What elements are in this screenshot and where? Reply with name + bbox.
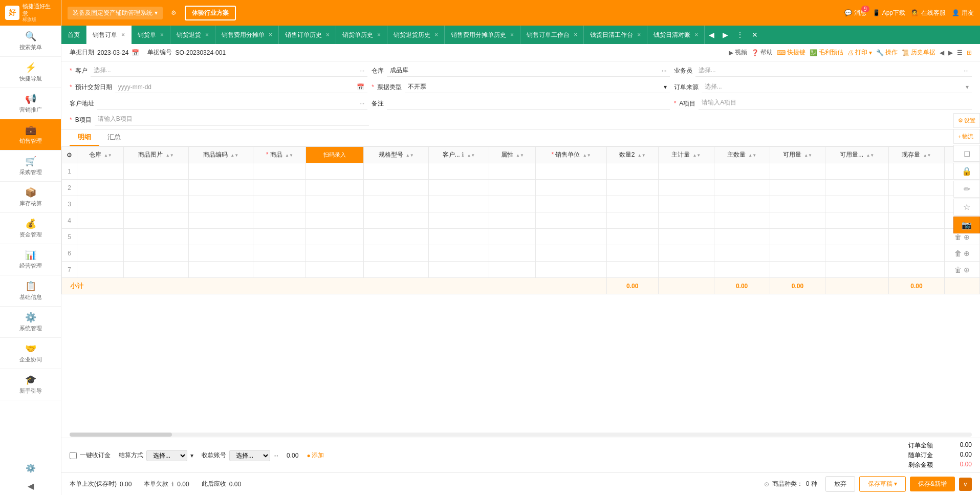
delete-icon[interactable]: 🗑 xyxy=(954,266,962,274)
sort-icon[interactable]: ▲▼ xyxy=(104,154,112,158)
sidebar-item-operations[interactable]: 📊 经营管理 xyxy=(0,244,61,275)
tab-close-icon[interactable]: × xyxy=(121,31,125,38)
row-sales-unit[interactable] xyxy=(536,196,606,212)
row-product[interactable] xyxy=(253,163,306,180)
row-current-qty[interactable] xyxy=(888,180,944,196)
tool-history[interactable]: 📜 历史单据 xyxy=(902,48,935,57)
horizontal-scrollbar[interactable] xyxy=(70,433,972,437)
scan-btn[interactable]: 扫码录入 xyxy=(319,150,350,160)
sort-icon[interactable]: ▲▼ xyxy=(923,154,931,158)
row-customer-x[interactable] xyxy=(428,212,489,229)
row-warehouse[interactable] xyxy=(77,196,124,212)
row-attribute[interactable] xyxy=(489,245,536,262)
try-industry-btn[interactable]: 体验行业方案 xyxy=(185,6,236,20)
row-attribute[interactable] xyxy=(489,163,536,180)
sort-icon[interactable]: ▲▼ xyxy=(583,154,591,158)
row-spec-type[interactable] xyxy=(364,262,429,278)
row-warehouse[interactable] xyxy=(77,180,124,196)
account-select[interactable]: 选择... xyxy=(229,450,270,461)
row-product-code[interactable] xyxy=(188,163,253,180)
order-source-select[interactable]: 选择... ▾ xyxy=(702,81,972,93)
tab-more-btn[interactable]: ⋮ xyxy=(732,31,748,39)
row-main-qty[interactable] xyxy=(714,262,770,278)
row-quantity2[interactable] xyxy=(606,245,658,262)
row-warehouse[interactable] xyxy=(77,245,124,262)
row-main-qty[interactable] xyxy=(714,196,770,212)
row-sales-unit[interactable] xyxy=(536,212,606,229)
tab-close-icon[interactable]: × xyxy=(434,31,438,38)
sort-icon[interactable]: ▲▼ xyxy=(748,154,756,158)
row-product[interactable] xyxy=(253,262,306,278)
row-spec-type[interactable] xyxy=(364,196,429,212)
row-available-qty[interactable] xyxy=(770,229,825,245)
row-product-image[interactable] xyxy=(124,163,189,180)
scrollbar-thumb[interactable] xyxy=(70,433,172,437)
right-panel-icon2[interactable]: 🔒 xyxy=(953,163,980,180)
tab-sales-return[interactable]: 销货单 × xyxy=(132,26,170,44)
row-main-unit[interactable] xyxy=(658,245,714,262)
tool-grid-view[interactable]: ⊞ xyxy=(967,49,972,56)
tool-nav-next[interactable]: ▶ xyxy=(948,49,953,56)
row-available-qty2[interactable] xyxy=(825,212,889,229)
b-project-input[interactable]: 请输入B项目 xyxy=(95,114,369,126)
row-main-qty[interactable] xyxy=(714,229,770,245)
messages-btn[interactable]: 💬 消息 9 xyxy=(844,9,866,17)
row-current-qty[interactable] xyxy=(888,245,944,262)
sort-icon[interactable]: ▲▼ xyxy=(638,154,646,158)
sort-icon[interactable]: ▲▼ xyxy=(166,154,174,158)
row-product-image[interactable] xyxy=(124,180,189,196)
row-main-unit[interactable] xyxy=(658,212,714,229)
tab-sales-order-history[interactable]: 销售订单历史 × xyxy=(279,26,336,44)
row-quantity2[interactable] xyxy=(606,163,658,180)
row-customer-x[interactable] xyxy=(428,229,489,245)
save-new-arrow-btn[interactable]: ∨ xyxy=(959,478,972,491)
tab-close-icon[interactable]: × xyxy=(637,31,641,38)
delivery-date-input[interactable]: yyyy-mm-dd 📅 xyxy=(115,81,368,93)
row-spec-type[interactable] xyxy=(364,245,429,262)
save-draft-btn[interactable]: 保存草稿 ▾ xyxy=(859,476,906,492)
row-product-code[interactable] xyxy=(188,229,253,245)
tab-close-icon[interactable]: × xyxy=(510,31,514,38)
sort-icon[interactable]: ▲▼ xyxy=(230,154,238,158)
tab-home[interactable]: 首页 xyxy=(61,26,86,44)
delete-icon[interactable]: 🗑 xyxy=(954,249,962,257)
copy-icon[interactable]: ⊕ xyxy=(964,233,970,241)
tool-video[interactable]: ▶ 视频 xyxy=(729,48,747,57)
tab-cash-daily-reconcile[interactable]: 钱货日清对账 × xyxy=(647,26,705,44)
tool-list-view[interactable]: ☰ xyxy=(957,49,963,56)
right-panel-icon5[interactable]: 📷 xyxy=(953,217,980,233)
tab-sales-fee-split-history[interactable]: 销售费用分摊单历史 × xyxy=(445,26,520,44)
row-product-image[interactable] xyxy=(124,212,189,229)
tab-sales-return-goods[interactable]: 销货退货 × xyxy=(170,26,215,44)
row-customer-x[interactable] xyxy=(428,262,489,278)
tab-close-icon[interactable]: × xyxy=(694,31,698,38)
row-spec-type[interactable] xyxy=(364,212,429,229)
save-new-btn[interactable]: 保存&新增 xyxy=(910,477,955,491)
row-spec-type[interactable] xyxy=(364,229,429,245)
row-product-image[interactable] xyxy=(124,245,189,262)
row-available-qty[interactable] xyxy=(770,262,825,278)
sort-icon[interactable]: ▲▼ xyxy=(285,154,293,158)
sidebar-item-enterprise[interactable]: 🤝 企业协同 xyxy=(0,338,61,369)
row-product-code[interactable] xyxy=(188,245,253,262)
tool-help[interactable]: ❓ 帮助 xyxy=(751,48,773,57)
row-main-qty[interactable] xyxy=(714,163,770,180)
sort-icon[interactable]: ▲▼ xyxy=(692,154,701,158)
row-product[interactable] xyxy=(253,229,306,245)
row-sales-unit[interactable] xyxy=(536,245,606,262)
salesperson-input[interactable]: 选择... ··· xyxy=(695,64,972,77)
tool-operation[interactable]: 🔧 操作 xyxy=(876,48,898,57)
tab-cash-daily-workbench[interactable]: 钱货日清工作台 × xyxy=(584,26,647,44)
payment-method-select[interactable]: 选择... xyxy=(146,450,187,461)
row-available-qty2[interactable] xyxy=(825,163,889,180)
row-customer-x[interactable] xyxy=(428,196,489,212)
row-attribute[interactable] xyxy=(489,180,536,196)
sidebar-item-system[interactable]: ⚙️ 系统管理 xyxy=(0,307,61,338)
right-panel-icon1[interactable]: ◻ xyxy=(953,145,980,162)
sidebar-collapse-btn[interactable]: ◀ xyxy=(0,477,61,495)
tab-close-icon[interactable]: × xyxy=(326,31,330,38)
row-quantity2[interactable] xyxy=(606,180,658,196)
sort-icon[interactable]: ▲▼ xyxy=(467,154,475,158)
row-quantity2[interactable] xyxy=(606,212,658,229)
row-main-unit[interactable] xyxy=(658,180,714,196)
